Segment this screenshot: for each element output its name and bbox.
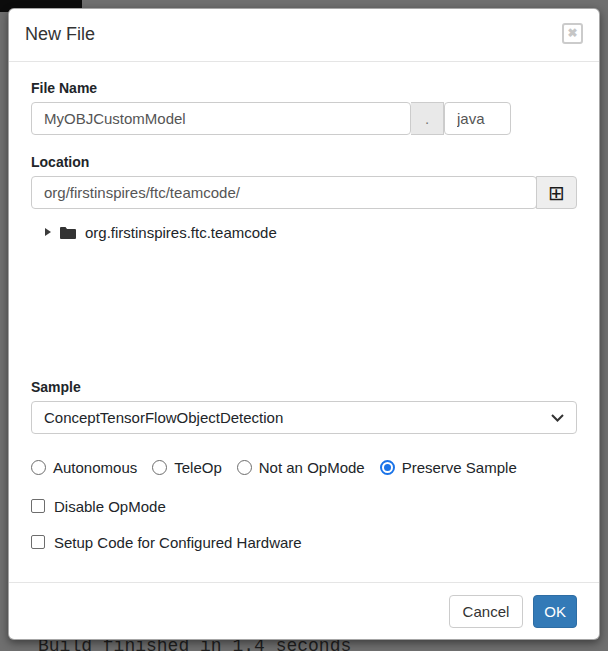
radio-label: Autonomous <box>53 459 137 476</box>
radio-label: Not an OpMode <box>259 459 365 476</box>
tree-item-label: org.firstinspires.ftc.teamcode <box>85 224 277 241</box>
radio-label: TeleOp <box>174 459 222 476</box>
add-folder-icon: ⊞ <box>548 183 565 203</box>
sample-select[interactable]: ConceptTensorFlowObjectDetection <box>31 401 577 434</box>
extension-input[interactable] <box>444 102 511 135</box>
chevron-down-icon <box>551 414 564 422</box>
tree-item-teamcode[interactable]: org.firstinspires.ftc.teamcode <box>31 223 277 241</box>
location-input[interactable] <box>31 176 537 209</box>
radio-icon <box>237 460 252 475</box>
checkbox-label: Disable OpMode <box>54 498 166 515</box>
location-label: Location <box>31 154 577 170</box>
folder-tree: org.firstinspires.ftc.teamcode <box>31 223 577 361</box>
dialog-footer: Cancel OK <box>9 582 599 639</box>
close-icon: ✖ <box>567 26 577 40</box>
radio-option-preserve-sample[interactable]: Preserve Sample <box>380 459 517 476</box>
ok-button[interactable]: OK <box>533 595 577 628</box>
checkbox-icon <box>31 499 45 513</box>
dialog-title: New File <box>25 24 583 45</box>
checkbox-disable-opmode[interactable]: Disable OpMode <box>31 497 166 515</box>
file-name-label: File Name <box>31 80 577 96</box>
dialog-body: File Name . Location ⊞ org.firstinspires… <box>9 62 599 551</box>
add-folder-button[interactable]: ⊞ <box>536 176 577 209</box>
dialog-header: New File ✖ <box>9 9 599 62</box>
radio-option-teleop[interactable]: TeleOp <box>152 459 222 476</box>
checkbox-setup-code[interactable]: Setup Code for Configured Hardware <box>31 533 302 551</box>
file-name-group: . <box>31 102 577 135</box>
radio-icon <box>152 460 167 475</box>
opmode-radio-group: Autonomous TeleOp Not an OpMode Preserve… <box>31 459 577 476</box>
cancel-button[interactable]: Cancel <box>449 595 524 628</box>
radio-label: Preserve Sample <box>402 459 517 476</box>
radio-icon <box>380 460 395 475</box>
checkbox-label: Setup Code for Configured Hardware <box>54 534 302 551</box>
checkbox-icon <box>31 535 45 549</box>
file-name-input[interactable] <box>31 102 411 135</box>
radio-option-not-an-opmode[interactable]: Not an OpMode <box>237 459 365 476</box>
tree-expand-caret-icon[interactable] <box>45 228 51 236</box>
close-button[interactable]: ✖ <box>562 23 583 44</box>
folder-icon <box>60 226 76 239</box>
radio-option-autonomous[interactable]: Autonomous <box>31 459 137 476</box>
new-file-dialog: New File ✖ File Name . Location ⊞ org.f <box>8 8 600 640</box>
location-group: ⊞ <box>31 176 577 209</box>
sample-selected-value: ConceptTensorFlowObjectDetection <box>44 409 283 426</box>
sample-label: Sample <box>31 379 577 395</box>
extension-separator: . <box>411 102 444 135</box>
radio-icon <box>31 460 46 475</box>
